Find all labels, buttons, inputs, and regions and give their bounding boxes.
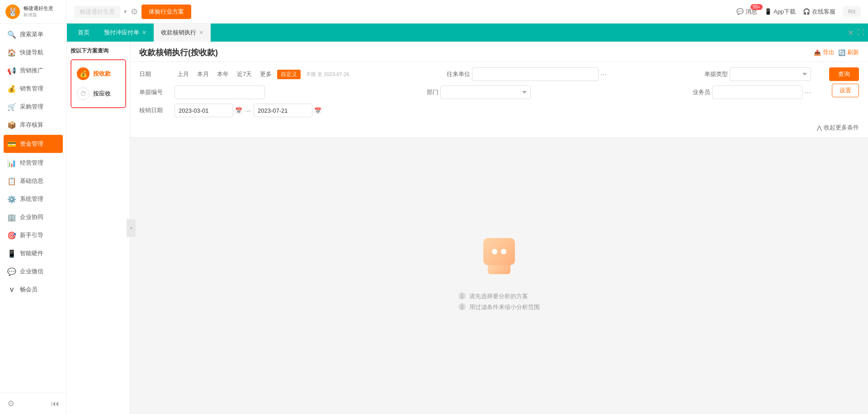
tab-close-btn[interactable]: ✕ [848,29,854,37]
date-label: 日期 [139,70,171,78]
by-receipt-icon: 💰 [77,67,90,80]
sidebar-item-marketing[interactable]: 📢 营销推广 [0,62,66,80]
sidebar-item-member[interactable]: V 畅会员 [0,281,66,299]
query-option-by-receivable[interactable]: ⏱ 按应收 [75,84,122,104]
filter-top: 日期 上月 本月 本年 近7天 更多 自定义 不限 至 2023-07-26 [139,67,859,122]
header-dropdown-icon[interactable]: ▾ [124,8,127,15]
verify-date-label: 核销日期 [139,106,171,114]
marketing-icon: 📢 [7,66,16,75]
robot-eye-left [492,249,497,254]
left-panel-collapse-btn[interactable]: « [127,219,136,237]
tab-home[interactable]: 首页 [71,24,97,42]
department-select[interactable] [440,86,531,99]
sidebar-collapse-icon[interactable]: ⏮ [51,399,59,409]
department-label: 部门 [427,88,439,96]
salesperson-ellipsis-icon[interactable]: ··· [804,88,811,97]
robot-body [483,238,515,265]
inventory-icon: 📦 [7,120,16,129]
export-btn[interactable]: 📤 导出 [814,48,835,57]
sidebar-item-quick-nav[interactable]: 🏠 快捷导航 [0,43,66,62]
header-solution-btn[interactable]: 体验行业方案 [142,5,191,19]
empty-tips: 1 请先选择要分析的方案 2 用过滤条件来缩小分析范围 [458,292,540,311]
tip1-num: 1 [458,292,466,300]
sidebar-item-capital[interactable]: 💳 资金管理 [4,135,63,153]
sidebar-item-enterprise[interactable]: 🏢 企业协同 [0,208,66,226]
tab-receipt-verify-close-icon[interactable]: ✕ [199,29,203,36]
sidebar-item-label: 搜索菜单 [20,30,43,38]
sidebar-item-system[interactable]: ⚙️ 系统管理 [0,190,66,208]
date-this-month-btn[interactable]: 本月 [194,69,212,79]
header-service-btn[interactable]: 🎧 在线客服 [803,8,835,16]
verify-date-start-input[interactable] [175,104,233,117]
logo-text: 畅捷通好生意 [24,5,53,12]
sidebar-item-search-menu[interactable]: 🔍 搜索菜单 [0,25,66,43]
refresh-label: 刷新 [847,48,859,57]
header-app-btn[interactable]: 📱 App下载 [764,8,796,16]
doc-type-select[interactable] [730,67,811,81]
export-icon: 📤 [814,49,821,56]
content-body: 1 请先选择要分析的方案 2 用过滤条件来缩小分析范围 [130,138,868,414]
settings-icon[interactable]: ⚙ [7,399,14,409]
tip2-num: 2 [458,303,466,310]
sidebar-item-wechat[interactable]: 💬 企业微信 [0,262,66,281]
verify-date-start-cal-icon[interactable]: 📅 [235,107,242,114]
sidebar-item-label: 企业协同 [20,213,43,221]
sidebar-item-inventory[interactable]: 📦 库存核算 [0,116,66,134]
collapse-conditions-btn[interactable]: ⋀ 收起更多条件 [817,124,859,132]
sidebar-item-hardware[interactable]: 📱 智能硬件 [0,244,66,262]
date-last-7days-btn[interactable]: 近7天 [234,69,255,79]
verify-date-end-input[interactable] [254,104,312,117]
header-gear-icon[interactable]: ⚙ [131,7,138,17]
date-last-month-btn[interactable]: 上月 [175,69,192,79]
setting-btn[interactable]: 设置 [832,84,859,97]
main-area: 畅捷通好生意 ▾ ⚙ 体验行业方案 💬 消息 99+ 📱 App下载 🎧 在线客… [67,0,868,414]
date-custom-btn[interactable]: 自定义 [277,70,301,79]
header-brand: 畅捷通好生意 [74,6,120,18]
purchase-icon: 🛒 [7,102,16,111]
header-left: 畅捷通好生意 ▾ ⚙ 体验行业方案 [74,5,191,19]
tab-receipt-verify[interactable]: 收款核销执行 ✕ [154,24,211,42]
sidebar-item-sales[interactable]: 💰 销售管理 [0,80,66,98]
filter-area: 日期 上月 本月 本年 近7天 更多 自定义 不限 至 2023-07-26 [130,62,868,138]
sidebar-item-beginner[interactable]: 🎯 新手引导 [0,226,66,244]
sidebar: 🐰 畅捷通好生意 标准版 🔍 搜索菜单 🏠 快捷导航 📢 营销推广 💰 销售管理… [0,0,67,414]
collapse-conditions-label: 收起更多条件 [824,124,859,132]
date-more-btn[interactable]: 更多 [257,69,274,79]
sidebar-item-basic-info[interactable]: 📋 基础信息 [0,172,66,190]
verify-date-end-cal-icon[interactable]: 📅 [314,107,321,114]
system-icon: ⚙️ [7,195,16,204]
date-range-dash: — [245,107,251,114]
filter-rows: 日期 上月 本月 本年 近7天 更多 自定义 不限 至 2023-07-26 [139,67,811,122]
beginner-icon: 🎯 [7,231,16,240]
tab-prepay[interactable]: 预付冲应付单 ✕ [97,24,154,42]
logo-icon: 🐰 [5,5,20,19]
tab-receipt-verify-label: 收款核销执行 [161,29,196,37]
wechat-icon: 💬 [7,267,16,276]
right-panel: 收款核销执行(按收款) 📤 导出 🔄 刷新 [130,42,868,414]
tip2-text: 用过滤条件来缩小分析范围 [469,303,540,311]
filter-actions: 查询 设置 [829,67,859,122]
content-area: 按以下方案查询 💰 按收款 ⏱ 按应收 « 收款核销执行(按收款) [67,42,868,414]
doc-type-label: 单据类型 [704,70,728,78]
query-option-by-receipt[interactable]: 💰 按收款 [75,64,122,84]
robot-base [488,265,510,274]
filter-row-1: 日期 上月 本月 本年 近7天 更多 自定义 不限 至 2023-07-26 [139,67,811,81]
tab-maximize-btn[interactable]: ⛶ [857,29,864,37]
salesperson-input[interactable] [712,86,802,99]
refresh-btn[interactable]: 🔄 刷新 [838,48,859,57]
refresh-icon: 🔄 [838,49,845,56]
doc-no-input[interactable] [175,86,265,99]
counter-party-ellipsis-icon[interactable]: ··· [600,70,607,79]
sidebar-footer: ⚙ ⏮ [0,393,66,414]
sidebar-item-operation[interactable]: 📊 经营管理 [0,154,66,172]
header-msg-btn[interactable]: 💬 消息 99+ [736,8,757,16]
sidebar-item-purchase[interactable]: 🛒 采购管理 [0,98,66,116]
by-receivable-label: 按应收 [93,90,111,98]
tab-prepay-close-icon[interactable]: ✕ [142,29,146,36]
date-this-year-btn[interactable]: 本年 [214,69,231,79]
sidebar-menu: 🔍 搜索菜单 🏠 快捷导航 📢 营销推广 💰 销售管理 🛒 采购管理 📦 库存核… [0,24,66,393]
counter-party-input[interactable] [472,67,599,81]
header-user[interactable]: Rit [843,6,861,17]
query-btn[interactable]: 查询 [829,67,859,81]
hardware-icon: 📱 [7,249,16,258]
